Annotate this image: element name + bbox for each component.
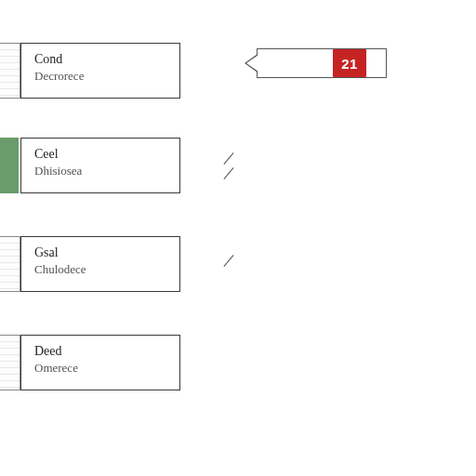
card-subtitle: Omerece [34, 361, 168, 375]
connector-tick [223, 152, 233, 165]
pointer-bar [257, 48, 387, 78]
card-title: Cond [34, 52, 168, 67]
sheet-strip-1 [0, 43, 20, 99]
sheet-strip-4 [0, 335, 20, 390]
card-title: Gsal [34, 245, 168, 260]
option-card-1[interactable]: Cond Decrorece [20, 43, 180, 99]
option-card-3[interactable]: Gsal Chulodece [20, 236, 180, 292]
diagram-canvas: Cond Decrorece Ceel Dhisiosea Gsal Chulo… [0, 0, 476, 476]
card-subtitle: Dhisiosea [34, 164, 168, 178]
count-badge: 21 [333, 49, 366, 77]
connector-tick [223, 255, 233, 267]
card-title: Ceel [34, 147, 168, 162]
green-accent [0, 138, 19, 193]
card-subtitle: Decrorece [34, 69, 168, 83]
card-title: Deed [34, 344, 168, 359]
option-card-2[interactable]: Ceel Dhisiosea [20, 138, 180, 193]
sheet-strip-3 [0, 236, 20, 292]
option-card-4[interactable]: Deed Omerece [20, 335, 180, 390]
card-subtitle: Chulodece [34, 262, 168, 276]
connector-tick [223, 167, 233, 179]
